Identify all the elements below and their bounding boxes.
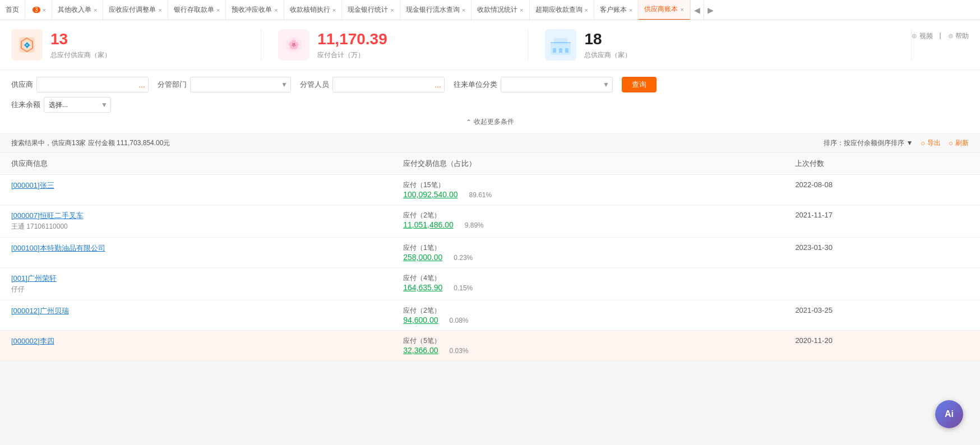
close-icon-collect-stat[interactable]: × [520, 7, 523, 13]
summary-card-total-payable: 🌸 11,170.39 应付合计（万） [261, 29, 528, 61]
result-text: 搜索结果中，供应商13家 应付金额 111,703,854.00元 [11, 138, 170, 148]
nav-tab-collect-stat[interactable]: 收款情况统计 × [471, 0, 529, 20]
close-icon-overdue[interactable]: × [585, 7, 588, 13]
supplier-dots[interactable]: ... [138, 80, 145, 89]
nav-tab-pre-collect[interactable]: 预收冲应收单 × [226, 0, 284, 20]
tx-cell: 应付（2笔）11,051,486.009.89% [392, 205, 784, 238]
payable-suppliers-value: 13 [50, 30, 111, 49]
tx-label: 应付（15笔） [403, 180, 773, 190]
balance-select[interactable]: 选择... [44, 97, 111, 113]
category-select[interactable] [501, 77, 613, 92]
nav-left-arrow[interactable]: ◀ [690, 0, 704, 20]
tx-percent: 89.61% [469, 191, 492, 199]
query-button[interactable]: 查询 [622, 77, 657, 92]
nav-tab-overdue[interactable]: 超期应收款查询 × [530, 0, 594, 20]
nav-tab-customer-ledger[interactable]: 客户账本 × [594, 0, 639, 20]
svg-text:💠: 💠 [24, 41, 31, 49]
table-row: [000007]恒旺二手叉车王通 17106110000应付（2笔）11,051… [0, 205, 980, 238]
person-filter-label: 分管人员 [300, 80, 329, 90]
nav-tab-supplier-ledger[interactable]: 供应商账本 × [639, 0, 690, 20]
nav-tab-3-close[interactable]: × [43, 7, 46, 13]
supplier-link[interactable]: [001]广州荣轩 [11, 274, 57, 282]
close-icon-bank[interactable]: × [216, 7, 220, 13]
supplier-link[interactable]: [000012]广州贝瑞 [11, 307, 69, 315]
tx-cell: 应付（5笔）32,366.000.03% [392, 331, 784, 361]
nav-tab-home[interactable]: 首页 [0, 0, 25, 20]
payable-suppliers-label: 总应付供应商（家） [50, 50, 111, 60]
person-dots[interactable]: ... [434, 80, 441, 89]
nav-tab-pre-collect-label: 预收冲应收单 [232, 5, 272, 15]
nav-tab-bank[interactable]: 银行存取款单 × [168, 0, 226, 20]
collapse-label: 收起更多条件 [474, 117, 514, 127]
close-icon-other-income[interactable]: × [94, 7, 97, 13]
tx-label: 应付（4笔） [403, 274, 773, 283]
summary-bar: 💠 13 总应付供应商（家） 🌸 11,170.39 应付合计（万） [0, 20, 980, 70]
tx-amount[interactable]: 32,366.00 [403, 346, 438, 355]
table-wrap: 供应商信息 应付交易信息（占比） 上次付数 [000001]张三应付（15笔）1… [0, 153, 980, 361]
person-input[interactable] [332, 77, 445, 92]
nav-tab-3[interactable]: 3 × [25, 0, 52, 20]
last-pay-cell: 2021-03-25 [784, 300, 980, 331]
close-icon-cash-stat[interactable]: × [390, 7, 394, 13]
supplier-link[interactable]: [000100]本特勤油品有限公司 [11, 244, 105, 252]
video-link[interactable]: ⊙ 视频 [912, 31, 932, 41]
tx-cell: 应付（4笔）164,635.900.15% [392, 268, 784, 300]
tx-cell: 应付（15笔）100,092,540.0089.61% [392, 175, 784, 205]
tx-percent: 9.89% [465, 221, 484, 229]
filter-item-category: 往来单位分类 ▼ [454, 77, 613, 92]
nav-tab-cash-stat[interactable]: 现金银行统计 × [342, 0, 400, 20]
tx-percent: 0.08% [449, 317, 468, 325]
result-bar: 搜索结果中，供应商13家 应付金额 111,703,854.00元 排序：按应付… [0, 134, 980, 153]
close-icon-pre-collect[interactable]: × [274, 7, 278, 13]
supplier-link[interactable]: [000002]李四 [11, 337, 54, 345]
table-row: [000012]广州贝瑞应付（2笔）94,600.000.08%2021-03-… [0, 300, 980, 331]
svg-rect-9 [565, 48, 568, 53]
table-header-row: 供应商信息 应付交易信息（占比） 上次付数 [0, 153, 980, 175]
nav-tab-other-income-label: 其他收入单 [58, 5, 91, 15]
nav-right-arrow[interactable]: ▶ [704, 0, 717, 20]
close-icon-adjust[interactable]: × [158, 7, 161, 13]
sort-label[interactable]: 排序：按应付余额倒序排序 ▼ [824, 138, 913, 148]
filter-item-balance: 往来余额 选择... ▼ [11, 97, 111, 113]
supplier-cell: [000100]本特勤油品有限公司 [0, 238, 392, 268]
col-header-supplier: 供应商信息 [0, 153, 392, 175]
nav-tab-verify-label: 收款核销执行 [290, 5, 330, 15]
tx-amount[interactable]: 94,600.00 [403, 316, 438, 325]
balance-filter-label: 往来余额 [11, 100, 40, 110]
close-icon-customer-ledger[interactable]: × [629, 7, 632, 13]
total-suppliers-icon [545, 29, 576, 61]
collapse-button[interactable]: ⌃ 收起更多条件 [466, 117, 514, 127]
help-link[interactable]: ⊙ 帮助 [948, 31, 969, 41]
help-icon: ⊙ [948, 32, 954, 40]
close-icon-cash-flow[interactable]: × [462, 7, 465, 13]
divider: | [940, 31, 941, 39]
summary-right-links: ⊙ 视频 | ⊙ 帮助 [912, 29, 969, 61]
nav-tab-home-label: 首页 [6, 5, 19, 15]
dept-select[interactable] [190, 77, 291, 92]
refresh-icon: ○ [949, 139, 953, 147]
refresh-button[interactable]: ○ 刷新 [949, 138, 969, 148]
filter-item-person: 分管人员 ... [300, 77, 445, 92]
nav-tab-adjust[interactable]: 应收应付调整单 × [103, 0, 168, 20]
svg-rect-8 [559, 48, 562, 53]
nav-tab-other-income[interactable]: 其他收入单 × [52, 0, 103, 20]
tx-label: 应付（5笔） [403, 336, 773, 346]
total-payable-label: 应付合计（万） [317, 50, 387, 60]
nav-tab-verify[interactable]: 收款核销执行 × [284, 0, 342, 20]
supplier-input-wrap: ... [36, 77, 149, 92]
tx-amount[interactable]: 11,051,486.00 [403, 220, 454, 229]
total-payable-icon: 🌸 [278, 29, 309, 61]
close-icon-supplier-ledger[interactable]: × [680, 6, 683, 13]
supplier-link[interactable]: [000007]恒旺二手叉车 [11, 211, 84, 220]
nav-tab-overdue-label: 超期应收款查询 [535, 5, 583, 15]
tx-amount[interactable]: 164,635.90 [403, 283, 442, 292]
supplier-link[interactable]: [000001]张三 [11, 181, 54, 189]
export-button[interactable]: ○ 导出 [921, 138, 941, 148]
supplier-filter-label: 供应商 [11, 80, 33, 90]
close-icon-verify[interactable]: × [332, 7, 336, 13]
supplier-input[interactable] [36, 77, 149, 92]
filter-row-1: 供应商 ... 分管部门 ▼ 分管人员 [11, 77, 969, 92]
tx-amount[interactable]: 258,000.00 [403, 253, 442, 262]
tx-amount[interactable]: 100,092,540.00 [403, 190, 457, 199]
nav-tab-cash-flow[interactable]: 现金银行流水查询 × [400, 0, 471, 20]
